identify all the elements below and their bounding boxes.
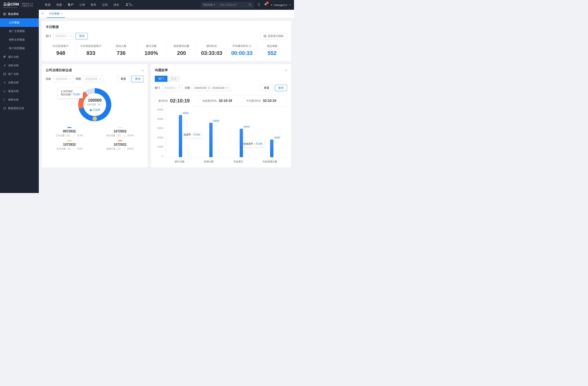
menu-icon bbox=[3, 56, 6, 58]
top-header: 云朵CRM www.yunduocrm.com 教育机构一站式服务云平台 数据线… bbox=[0, 0, 294, 10]
menu-icon bbox=[3, 90, 6, 93]
sidebar-item[interactable]: 访客分析 bbox=[0, 78, 39, 87]
svg-rect-5 bbox=[4, 13, 6, 15]
status-dot-icon bbox=[271, 4, 272, 5]
stat-item: 今日有效首咨客户833 bbox=[76, 43, 106, 57]
card-goal: 公司业绩目标达成 ⤢ 目标 请选择目标▼ 周期 请选择周期▼ 重置 查询 bbox=[42, 64, 148, 168]
main-nav: 数据线索客户公海财务运营报名 bbox=[45, 3, 119, 7]
search-filter-select[interactable]: 手机号码▼ bbox=[201, 2, 217, 8]
sidebar-item[interactable]: 成本分析 bbox=[0, 61, 39, 70]
sidebar-item[interactable]: 漏斗分析 bbox=[0, 53, 39, 61]
search-input[interactable] bbox=[217, 2, 246, 8]
gear-icon bbox=[264, 35, 266, 38]
legend-item: 1072932未完成量（元） | 20.9% bbox=[96, 127, 144, 137]
sidebar-item[interactable]: 推广主管看板 bbox=[0, 27, 39, 36]
bar-column: 35000 bbox=[209, 123, 212, 157]
sidebar-item[interactable]: 数据流转记录 bbox=[0, 104, 39, 113]
stat-item: 拨打次数100% bbox=[136, 43, 167, 57]
menu-icon bbox=[3, 98, 6, 101]
expand-icon[interactable]: ⤢ bbox=[142, 69, 144, 72]
menu-icon bbox=[3, 107, 6, 110]
nav-item[interactable]: 客户 bbox=[68, 3, 74, 7]
svg-point-9 bbox=[265, 36, 265, 37]
donut-chart: 100000 目标总量（元） 已达成 ● 1072932 所占比例：70.9% bbox=[46, 86, 144, 123]
sidebar-item[interactable]: 推广分析 bbox=[0, 70, 39, 78]
pill-tabs: 部门个人 bbox=[155, 76, 180, 82]
reset-button[interactable]: 重置 bbox=[260, 85, 273, 91]
card-title: 今日数据 bbox=[46, 25, 287, 29]
nav-item[interactable]: 公海 bbox=[79, 3, 85, 7]
nav-item[interactable]: 运营 bbox=[102, 3, 108, 7]
pill-tab[interactable]: 部门 bbox=[155, 76, 168, 82]
target-select[interactable]: 请选择目标▼ bbox=[53, 76, 74, 82]
mobile-icon[interactable] bbox=[257, 3, 260, 7]
period-select[interactable]: 请选择周期▼ bbox=[83, 76, 103, 82]
tab-company-dashboard[interactable]: 公司看板 ✕ bbox=[47, 10, 65, 18]
expand-icon[interactable]: ⤢ bbox=[285, 69, 287, 72]
stat-item: 有效通话次数200 bbox=[167, 43, 197, 57]
svg-rect-14 bbox=[226, 87, 228, 89]
bar-column: 18000 bbox=[270, 139, 273, 157]
dashboard-icon bbox=[3, 13, 6, 16]
phone-icon[interactable] bbox=[129, 3, 132, 7]
sidebar-group-dashboard[interactable]: 数据看板 ˄ bbox=[0, 10, 39, 18]
logo-text: 云朵CRM bbox=[3, 2, 19, 7]
sidebar-item[interactable]: 销售分析 bbox=[0, 96, 39, 104]
sidebar-item[interactable]: 销售主管看板 bbox=[0, 36, 39, 44]
stat-item: 通话时长03:33:03 bbox=[197, 43, 227, 57]
sidebar-item[interactable]: 渠道分析 bbox=[0, 87, 39, 96]
calendar-icon bbox=[226, 86, 229, 90]
query-button[interactable]: 查询 bbox=[76, 33, 88, 39]
logo: 云朵CRM www.yunduocrm.com 教育机构一站式服务云平台 bbox=[3, 2, 39, 8]
nav-item[interactable]: 线索 bbox=[56, 3, 62, 7]
user-menu[interactable]: manager11 ▼ bbox=[271, 3, 291, 6]
metric-item: 有效通话时长02:10:19 bbox=[199, 96, 243, 106]
sidebar: 数据看板 ˄ 公司看板推广主管看板销售主管看板客户经理看板 漏斗分析成本分析推广… bbox=[0, 10, 39, 193]
chevron-up-icon: ˄ bbox=[35, 13, 36, 15]
thumbs-up-icon bbox=[89, 109, 92, 111]
menu-icon bbox=[3, 64, 6, 67]
dept-select[interactable]: 请选择部门▼ bbox=[162, 85, 183, 91]
search-icon[interactable] bbox=[246, 2, 254, 8]
svg-point-13 bbox=[93, 117, 97, 120]
stat-item: 平均通话时长ⓘ00:00:33 bbox=[227, 43, 257, 57]
stat-item: 今日首咨客户948 bbox=[46, 43, 76, 57]
stat-item: 回访人数736 bbox=[106, 43, 136, 57]
reset-button[interactable]: 重置 bbox=[117, 76, 129, 82]
query-button[interactable]: 查询 bbox=[275, 85, 287, 91]
bar-column: 43000 bbox=[179, 115, 182, 157]
stat-item: 成交单数552 bbox=[257, 43, 287, 57]
menu-icon bbox=[3, 73, 6, 76]
legend-item: 8972932已完成量（元） | 70.9% bbox=[46, 127, 93, 137]
date-range-input[interactable]: 2018/01/08 至 2018/01/08 bbox=[192, 85, 231, 91]
svg-rect-3 bbox=[258, 3, 260, 6]
search-box: 手机号码▼ bbox=[201, 2, 254, 8]
dept-select[interactable]: 请选择部门▼ bbox=[53, 33, 74, 39]
legend-item: 1072932超额完成（元） | 89.9% bbox=[96, 140, 144, 150]
hamburger-icon[interactable] bbox=[41, 12, 44, 16]
settings-button[interactable]: 设置显示指标 bbox=[260, 33, 287, 39]
bar-column: 29000 bbox=[240, 129, 243, 157]
sidebar-item[interactable]: 公司看板 bbox=[0, 18, 39, 27]
pill-tab[interactable]: 个人 bbox=[168, 76, 180, 82]
sidebar-item[interactable]: 客户经理看板 bbox=[0, 44, 39, 53]
anno-connect-rate: 接通率：70.9% bbox=[182, 132, 202, 138]
nav-item[interactable]: 数据 bbox=[45, 3, 51, 7]
svg-point-0 bbox=[126, 3, 127, 4]
legend-item: 1072932应完成量（元） | 8.9% bbox=[46, 140, 93, 150]
nav-item[interactable]: 财务 bbox=[91, 3, 96, 7]
query-button[interactable]: 查询 bbox=[131, 76, 144, 82]
nav-item[interactable]: 报名 bbox=[113, 3, 119, 7]
svg-point-2 bbox=[249, 3, 251, 5]
add-user-icon[interactable] bbox=[125, 3, 129, 7]
info-icon[interactable]: ⓘ bbox=[249, 45, 251, 48]
tabs-bar: 公司看板 ✕ bbox=[39, 10, 294, 18]
card-today: 今日数据 部门 请选择部门▼ 查询 设置显示指标 今日首咨客户948今日有效首咨… bbox=[42, 21, 291, 61]
close-icon[interactable]: ✕ bbox=[61, 12, 63, 15]
card-comm: 沟通效率 ⤢ 部门个人 部门 请选择部门▼ 日期 2018/01/08 至 20… bbox=[151, 64, 291, 168]
menu-icon bbox=[3, 81, 6, 84]
metric-item: 通话时长02:10:19 bbox=[155, 96, 199, 106]
bell-icon[interactable]: 5 bbox=[264, 3, 267, 7]
chart-tooltip: ● 1072932 所占比例：70.9% bbox=[58, 88, 83, 98]
chevron-down-icon: ▼ bbox=[289, 4, 291, 6]
